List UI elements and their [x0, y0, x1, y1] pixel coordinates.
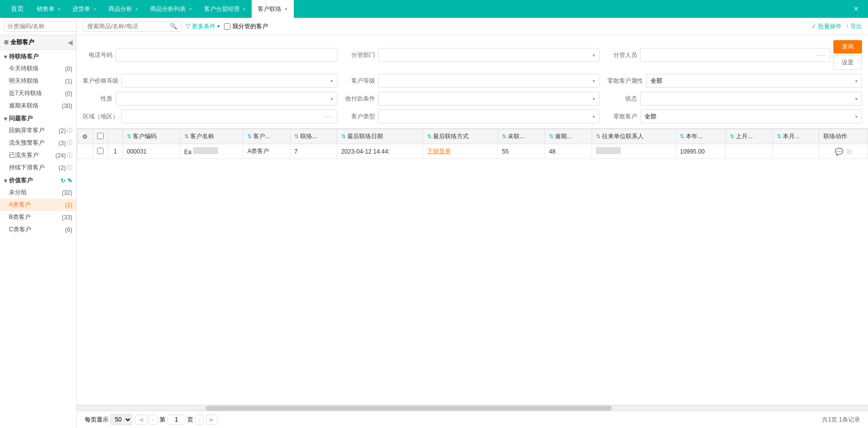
nav-item-customer-contact[interactable]: 客户联络 × [252, 0, 293, 18]
row-last-contact-date-cell: 2023-04-12 14:44: [337, 144, 423, 159]
nav-item-home[interactable]: 首页 [4, 0, 31, 18]
sidebar-item-unclassified[interactable]: 未分组 (32) [0, 186, 76, 199]
all-customers-header[interactable]: ⊞ 全部客户 ◀ [0, 35, 76, 50]
more-filter-arrow: ▾ [217, 23, 220, 30]
row-last-contact-method-cell[interactable]: 下销货单 [423, 144, 498, 159]
chat-icon[interactable]: 💬 [835, 148, 843, 156]
data-table-container: ⚙ ⇅ 客户编码 [77, 129, 868, 405]
filter-input-customer-type[interactable]: ▾ [378, 109, 600, 123]
filter-input-region[interactable]: ··· [121, 109, 337, 123]
pending-contact-section[interactable]: ▾ 待联络客户 [0, 50, 76, 62]
info-icon-3: ⓘ [67, 152, 72, 159]
col-overdue-sorticon: ⇅ [549, 133, 553, 140]
next-page-button[interactable]: › [195, 415, 204, 425]
sidebar-item-7days[interactable]: 近7天待联络 (0) [0, 87, 76, 100]
scrollbar-thumb[interactable] [206, 406, 612, 411]
per-page-select[interactable]: 50 [110, 414, 132, 425]
filter-input-nature[interactable]: ▾ [115, 92, 337, 106]
filter-input-payment[interactable]: ▾ [378, 92, 600, 106]
pager: ◀ ‹ 第 页 › ▶ [135, 415, 217, 425]
filter-input-price-level[interactable]: ▾ [121, 74, 337, 88]
sidebar-item-churned[interactable]: 已流失客户 (24) ⓘ [0, 149, 76, 161]
total-info: 共1页 1条记录 [822, 416, 860, 424]
filter-input-manager[interactable]: ··· [640, 48, 830, 62]
sidebar-item-overdue[interactable]: 逾期未联络 (30) [0, 100, 76, 112]
col-settings[interactable]: ⚙ [77, 129, 93, 144]
export-button[interactable]: ↑ 导出 [846, 22, 862, 31]
col-this-month: ⇅ 本月... [772, 129, 819, 144]
filter-input-status[interactable]: ▾ [640, 92, 862, 106]
more-filter-button[interactable]: ▽ 更多条件 ▾ [186, 22, 220, 31]
col-checkbox [93, 129, 108, 144]
filter-input-phone[interactable] [115, 48, 337, 62]
table-row: 1 000031 Ea A类客户 7 2023-04-12 14:44: 下销货… [77, 144, 868, 159]
sidebar-item-churn-warning[interactable]: 流失预警客户 (3) ⓘ [0, 137, 76, 149]
filter-input-customer-level[interactable]: ▾ [378, 74, 600, 88]
col-lastmethod-sorticon: ⇅ [427, 133, 432, 140]
filter-input-sparse-customer[interactable]: 全部▾ [640, 109, 862, 123]
settings-button[interactable]: 设置 [833, 55, 862, 70]
value-customers-section[interactable]: ▾ 价值客户 ↻ ✎ [0, 174, 76, 186]
filter-bar: 🔍 ▽ 更多条件 ▾ 我分管的客户 ✓ 批量操作 ↑ 导出 [77, 18, 868, 35]
sidebar-item-class-a[interactable]: A类客户 (1) [0, 199, 76, 211]
sidebar-item-class-b[interactable]: B类客户 (33) [0, 211, 76, 223]
qr-icon[interactable]: ⊞ [846, 148, 852, 156]
row-contact-cell: 7 [290, 144, 337, 159]
close-product-analysis-list-tab[interactable]: × [189, 6, 192, 12]
collapse-sidebar-icon[interactable]: ◀ [68, 39, 72, 46]
sparse-attr-arrow-icon: ▾ [855, 78, 858, 84]
info-icon-4: ⓘ [67, 164, 72, 171]
filter-phone: 电话号码 [83, 40, 337, 70]
col-customer-type: ⇅ 客户... [243, 129, 290, 144]
nav-item-product-analysis-list[interactable]: 商品分析列表 × [144, 0, 198, 18]
filter-input-sparse-attr[interactable]: 全部▾ [646, 74, 862, 88]
filter-search-icon[interactable]: 🔍 [170, 23, 177, 30]
region-dots-icon: ··· [324, 112, 333, 120]
close-purchase-tab[interactable]: × [93, 6, 96, 12]
last-page-button[interactable]: ▶ [206, 415, 217, 425]
sidebar-item-declining[interactable]: 持续下滑客户 (2) ⓘ [0, 161, 76, 174]
nav-item-customer-segment[interactable]: 客户分层经营 × [198, 0, 252, 18]
horizontal-scrollbar[interactable] [77, 405, 868, 411]
close-app-button[interactable]: × [848, 1, 864, 17]
prev-page-button[interactable]: ‹ [149, 415, 158, 425]
close-sales-tab[interactable]: × [57, 6, 60, 12]
nav-item-sales[interactable]: 销售单 × [31, 0, 66, 18]
row-checkbox[interactable] [97, 148, 104, 154]
close-customer-segment-tab[interactable]: × [243, 6, 246, 12]
nav-item-purchase[interactable]: 进货单 × [66, 0, 102, 18]
filter-label-region: 区域（地区） [83, 112, 118, 121]
problem-customers-section[interactable]: ▾ 问题客户 [0, 112, 76, 124]
close-product-analysis-tab[interactable]: × [135, 6, 138, 12]
query-button[interactable]: 查询 [833, 40, 862, 54]
filter-label-sparse-customer: 零散客户 [607, 112, 637, 121]
settings-icon[interactable]: ⚙ [82, 133, 88, 140]
my-customer-checkbox[interactable] [224, 23, 230, 30]
edit-icon[interactable]: ✎ [67, 177, 72, 184]
nav-item-product-analysis[interactable]: 商品分析 × [103, 0, 144, 18]
first-page-button[interactable]: ◀ [135, 415, 147, 425]
select-all-checkbox[interactable] [97, 133, 104, 139]
row-name-cell[interactable]: Ea [180, 144, 243, 159]
sidebar-item-today[interactable]: 今天待联络 (0) [0, 62, 76, 75]
refresh-icon[interactable]: ↻ [60, 177, 65, 184]
row-code-cell: 000031 [123, 144, 180, 159]
row-customer-type-cell: A类客户 [243, 144, 290, 159]
filter-input-dept[interactable]: ▾ [378, 48, 600, 62]
filter-search-input[interactable] [87, 23, 170, 30]
grid-icon: ⊞ [4, 39, 8, 46]
sidebar-search-input[interactable] [4, 21, 77, 32]
bulk-op-button[interactable]: ✓ 批量操作 [812, 22, 842, 31]
col-unit-contact: ⇅ 往来单位联系人 [592, 129, 676, 144]
close-customer-contact-tab[interactable]: × [284, 6, 287, 12]
row-action-cell: 💬 ⊞ [819, 144, 868, 159]
sidebar-item-class-c[interactable]: C类客户 (6) [0, 223, 76, 236]
page-input[interactable] [167, 415, 185, 425]
col-nocontact-sorticon: ⇅ [502, 133, 506, 140]
sidebar-item-tomorrow[interactable]: 明天待联络 (1) [0, 75, 76, 87]
my-customer-checkbox-area: 我分管的客户 [224, 22, 268, 31]
col-contact: ⇅ 联络... [290, 129, 337, 144]
arrow-icon: ▾ [4, 54, 7, 60]
sidebar-item-repurchase-abnormal[interactable]: 回购异常客户 (2) ⓘ [0, 124, 76, 137]
filter-price-level: 客户价格等级 ▾ [83, 74, 337, 88]
